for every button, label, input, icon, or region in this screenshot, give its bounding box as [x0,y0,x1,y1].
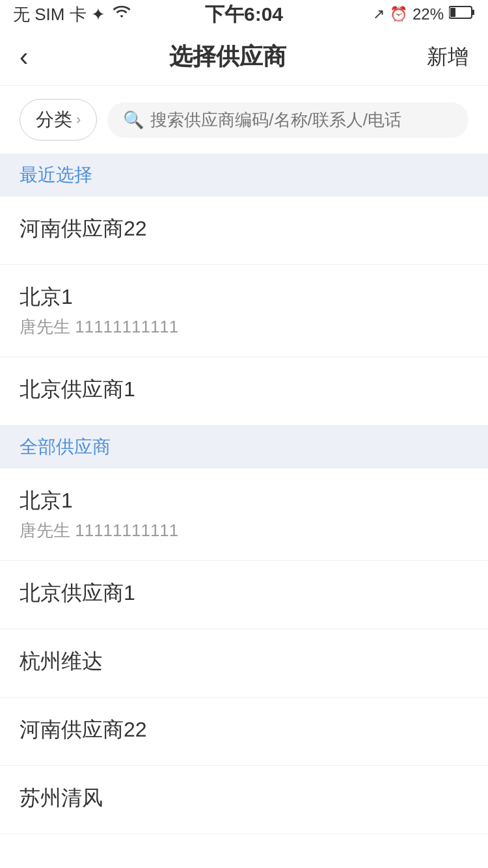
all-items-list: 北京1唐先生 11111111111北京供应商1杭州维达河南供应商22苏州清风 [0,468,488,834]
sim-status: 无 SIM 卡 ✦ [13,3,105,26]
item-name: 河南供应商22 [20,215,468,243]
recent-items-list: 河南供应商22北京1唐先生 11111111111北京供应商1 [0,197,488,426]
nav-bar: ‹ 选择供应商 新增 [0,29,488,86]
item-name: 杭州维达 [20,647,468,676]
all-section-label: 全部供应商 [20,437,111,457]
status-left: 无 SIM 卡 ✦ [13,3,131,26]
page-title: 选择供应商 [169,41,286,73]
all-section-header: 全部供应商 [0,426,488,468]
item-sub: 唐先生 11111111111 [20,519,468,542]
item-name: 北京供应商1 [20,579,468,608]
list-item[interactable]: 北京供应商1 [0,357,488,426]
wifi-icon [112,5,131,25]
category-label: 分类 [36,107,72,132]
list-item[interactable]: 杭州维达 [0,629,488,698]
svg-rect-1 [472,10,474,15]
recent-section-header: 最近选择 [0,154,488,197]
chevron-right-icon: › [76,111,81,128]
item-sub: 唐先生 11111111111 [20,316,468,338]
alarm-icon: ⏰ [390,6,407,23]
list-item[interactable]: 北京1唐先生 11111111111 [0,265,488,357]
category-button[interactable]: 分类 › [20,99,97,141]
item-name: 苏州清风 [20,784,468,813]
list-item[interactable]: 河南供应商22 [0,197,488,265]
status-time: 下午6:04 [205,1,283,28]
list-item[interactable]: 河南供应商22 [0,698,488,766]
search-icon: 🔍 [123,110,144,130]
add-button[interactable]: 新增 [427,43,468,72]
search-input[interactable] [150,110,453,130]
item-name: 北京1 [20,487,468,515]
item-name: 北京供应商1 [20,375,468,404]
list-item[interactable]: 北京供应商1 [0,561,488,629]
item-name: 河南供应商22 [20,716,468,744]
battery-icon [449,5,475,23]
battery-level: 22% [413,5,444,23]
svg-rect-2 [450,8,455,17]
recent-section-label: 最近选择 [20,165,92,185]
back-button[interactable]: ‹ [20,42,28,72]
list-item[interactable]: 北京1唐先生 11111111111 [0,468,488,561]
status-bar: 无 SIM 卡 ✦ 下午6:04 ↗ ⏰ 22% [0,0,488,29]
list-item[interactable]: 苏州清风 [0,766,488,834]
search-input-wrap[interactable]: 🔍 [107,102,468,138]
status-right: ↗ ⏰ 22% [373,5,475,23]
location-icon: ↗ [373,6,385,23]
item-name: 北京1 [20,283,468,312]
filter-bar: 分类 › 🔍 [0,86,488,154]
